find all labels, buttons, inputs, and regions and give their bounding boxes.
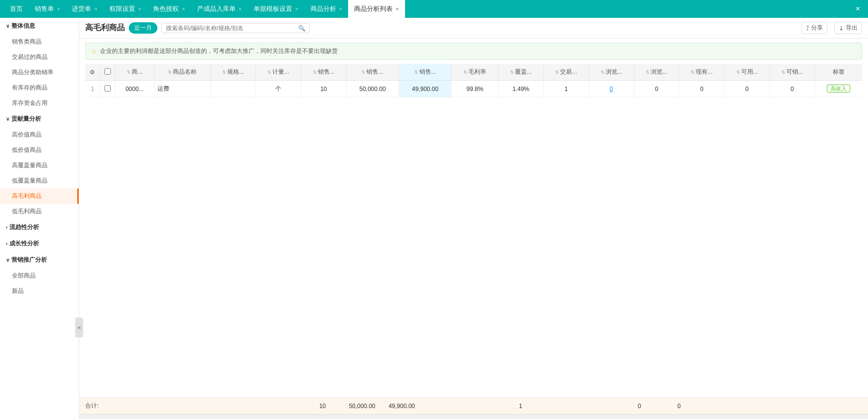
export-icon: ⤓	[839, 25, 844, 32]
col-sales-amount[interactable]: ⇅销售...	[346, 64, 399, 81]
cell-sales-qty: 10	[301, 81, 346, 97]
arrow-marketing: ∨	[6, 257, 9, 263]
search-icon[interactable]: 🔍	[298, 25, 306, 32]
nav-item-product-analysis[interactable]: 商品分析 ×	[305, 0, 348, 18]
content-header: 高毛利商品 近一月 🔍 ⤴ 分享 ⤓ 导出	[79, 18, 868, 39]
row-checkbox[interactable]	[104, 85, 111, 92]
col-checkbox[interactable]	[100, 64, 115, 81]
nav-item-permission[interactable]: 权限设置 ×	[103, 0, 147, 18]
cell-code[interactable]: 0000...	[115, 81, 154, 97]
nav-close-purchase[interactable]: ×	[94, 6, 97, 12]
sidebar-group-trend[interactable]: › 流趋性分析	[0, 219, 79, 235]
cell-checkbox[interactable]	[100, 81, 115, 97]
nav-close-product-analysis[interactable]: ×	[339, 6, 342, 12]
cell-browse1[interactable]: 0	[589, 81, 634, 97]
footer-cell-gross-rate	[421, 403, 461, 410]
col-code[interactable]: ⇅商...	[115, 64, 154, 81]
nav-close-analysis-list[interactable]: ×	[396, 6, 399, 12]
footer-summary: 合计: 10 50,000.00 49,900.00 1 0 0	[79, 397, 868, 414]
table-row: 1 0000... 运费 个 10 50,000.00 49,900.00 99…	[85, 81, 862, 97]
nav-item-sales[interactable]: 销售单 ×	[29, 0, 66, 18]
footer-cell-current-stock: 0	[619, 403, 659, 410]
nav-item-template[interactable]: 单据模板设置 ×	[248, 0, 304, 18]
col-coverage[interactable]: ⇅覆盖...	[498, 64, 543, 81]
nav-close-template[interactable]: ×	[295, 6, 298, 12]
col-transactions[interactable]: ⇅交易...	[544, 64, 589, 81]
footer-cell-num	[104, 403, 119, 410]
export-button[interactable]: ⤓ 导出	[834, 22, 862, 34]
footer-cell-sales-amount: 50,000.00	[342, 403, 382, 410]
nav-close-permission[interactable]: ×	[138, 6, 141, 12]
arrow-overview: ∨	[6, 23, 9, 29]
data-table: ⚙ ⇅商... ⇅商品名称 ⇅规格... ⇅计量... ⇅销售... ⇅销售..…	[85, 64, 862, 97]
cell-sales-amount: 50,000.00	[346, 81, 399, 97]
nav-close-sales[interactable]: ×	[57, 6, 60, 12]
sidebar-group-overview[interactable]: ∨ 整体信息	[0, 18, 79, 34]
search-input[interactable]	[166, 25, 298, 32]
col-tag[interactable]: 标签	[815, 64, 862, 81]
cell-spec	[210, 81, 255, 97]
sidebar-group-marketing[interactable]: ∨ 营销推广分析	[0, 252, 79, 268]
sidebar-item-high-value[interactable]: 高价值商品	[0, 127, 79, 142]
sidebar-item-all-goods[interactable]: 全部商品	[0, 268, 79, 283]
sidebar-item-sales-goods[interactable]: 销售类商品	[0, 34, 79, 49]
tag-badge: 高收入	[827, 85, 850, 93]
sidebar-item-category-rate[interactable]: 商品分类助销率	[0, 65, 79, 80]
col-spec[interactable]: ⇅规格...	[210, 64, 255, 81]
footer-cell-sales-qty: 10	[303, 403, 342, 410]
table-header-row: ⚙ ⇅商... ⇅商品名称 ⇅规格... ⇅计量... ⇅销售... ⇅销售..…	[85, 64, 862, 81]
nav-item-role[interactable]: 角色授权 ×	[147, 0, 191, 18]
filter-btn-month[interactable]: 近一月	[129, 22, 157, 34]
sidebar-item-high-coverage[interactable]: 高覆盖量商品	[0, 158, 79, 173]
sidebar-item-stock-capital[interactable]: 库存资金占用	[0, 95, 79, 111]
sidebar-collapse-button[interactable]: «	[75, 318, 83, 337]
content-area: 高毛利商品 近一月 🔍 ⤴ 分享 ⤓ 导出 ☆ 企业的主要的利润都是这部分商品创…	[79, 18, 868, 419]
arrow-contribution: ∨	[6, 116, 9, 122]
footer-cell-tag	[738, 403, 778, 410]
window-close-button[interactable]: ×	[852, 4, 864, 13]
cell-gross-rate: 99.8%	[452, 81, 498, 97]
col-sales-qty[interactable]: ⇅销售...	[301, 64, 346, 81]
footer-label: 合计:	[85, 402, 99, 410]
search-box: 🔍	[161, 23, 310, 33]
col-unit[interactable]: ⇅计量...	[256, 64, 301, 81]
col-sellable-stock[interactable]: ⇅可销...	[769, 64, 815, 81]
col-browse1[interactable]: ⇅浏览...	[589, 64, 634, 81]
sidebar: ∨ 整体信息 销售类商品 交易过的商品 商品分类助销率 有库存的商品 库存资金占…	[0, 18, 79, 419]
col-available-stock[interactable]: ⇅可用...	[724, 64, 769, 81]
nav-item-production[interactable]: 产成品入库单 ×	[191, 0, 248, 18]
sidebar-item-low-value[interactable]: 低价值商品	[0, 142, 79, 158]
sidebar-item-new-goods[interactable]: 新品	[0, 283, 79, 299]
footer-cell-sellable-stock	[699, 403, 738, 410]
share-button[interactable]: ⤴ 分享	[802, 22, 827, 34]
horizontal-scrollbar[interactable]	[79, 414, 868, 419]
col-settings[interactable]: ⚙	[85, 64, 100, 81]
nav-close-production[interactable]: ×	[239, 6, 242, 12]
col-browse2[interactable]: ⇅浏览...	[634, 64, 679, 81]
sidebar-group-growth[interactable]: › 成长性分析	[0, 235, 79, 252]
footer-cell-coverage	[461, 403, 501, 410]
footer-cell-transactions: 1	[501, 403, 540, 410]
sidebar-item-high-margin[interactable]: 高毛利商品	[0, 188, 79, 204]
info-text: 企业的主要的利润都是这部分商品创造的，可考虑加大推广，同时关注库存是不要出现缺货	[100, 47, 338, 55]
nav-item-purchase[interactable]: 进货单 ×	[66, 0, 103, 18]
select-all-checkbox[interactable]	[104, 68, 111, 75]
col-gross-rate[interactable]: ⇅毛利率	[452, 64, 498, 81]
nav-close-role[interactable]: ×	[182, 6, 185, 12]
col-sales-net[interactable]: ⇅销售...	[399, 64, 452, 81]
sidebar-item-low-margin[interactable]: 低毛利商品	[0, 204, 79, 219]
col-name[interactable]: ⇅商品名称	[154, 64, 211, 81]
cell-sellable-stock: 0	[769, 81, 815, 97]
footer-cell-name	[174, 403, 233, 410]
nav-item-home[interactable]: 首页	[4, 0, 29, 18]
footer-cell-browse2	[580, 403, 619, 410]
sidebar-item-in-stock[interactable]: 有库存的商品	[0, 80, 79, 95]
footer-cell-sales-net: 49,900.00	[382, 403, 421, 410]
col-current-stock[interactable]: ⇅现有...	[679, 64, 724, 81]
arrow-trend: ›	[6, 225, 7, 230]
sidebar-group-contribution[interactable]: ∨ 贡献量分析	[0, 111, 79, 127]
sidebar-item-low-coverage[interactable]: 低覆盖量商品	[0, 173, 79, 188]
nav-item-analysis-list[interactable]: 商品分析列表 ×	[348, 0, 405, 18]
sidebar-item-traded-goods[interactable]: 交易过的商品	[0, 49, 79, 65]
main-layout: ∨ 整体信息 销售类商品 交易过的商品 商品分类助销率 有库存的商品 库存资金占…	[0, 18, 868, 419]
